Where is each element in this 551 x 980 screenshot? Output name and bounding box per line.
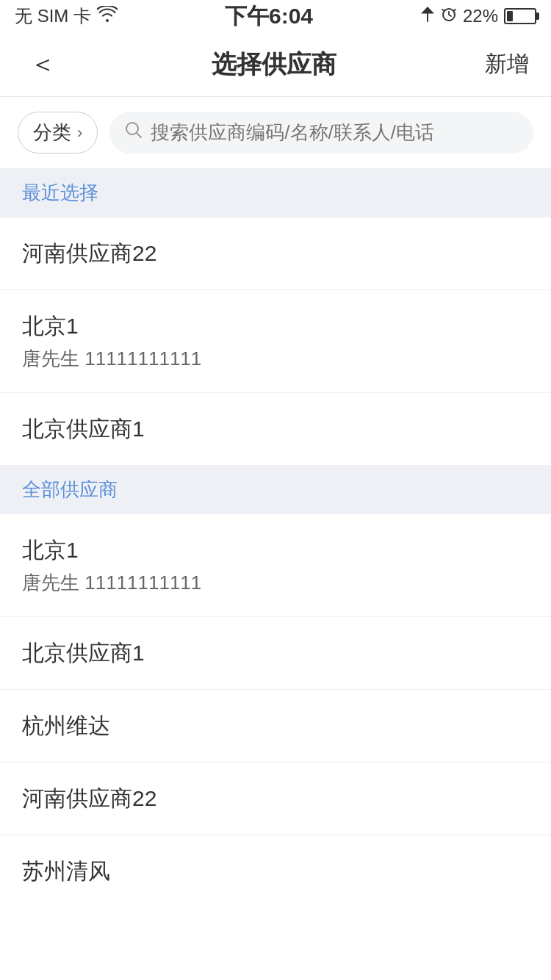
battery-icon: [504, 8, 536, 24]
no-sim-label: 无 SIM 卡: [15, 4, 91, 28]
list-item[interactable]: 杭州维达: [0, 690, 551, 763]
supplier-name: 北京1: [22, 311, 529, 342]
recent-section-header: 最近选择: [0, 168, 551, 217]
supplier-name: 北京供应商1: [22, 414, 529, 444]
supplier-name: 苏州清风: [22, 856, 529, 887]
status-right: 22%: [420, 6, 536, 26]
nav-bar: ＜ 选择供应商 新增: [0, 32, 551, 97]
search-input[interactable]: [151, 121, 519, 144]
list-item[interactable]: 北京1 唐先生 11111111111: [0, 514, 551, 617]
list-item[interactable]: 苏州清风: [0, 835, 551, 907]
category-label: 分类: [33, 120, 71, 145]
supplier-name: 河南供应商22: [22, 783, 529, 814]
search-icon: [124, 120, 143, 145]
recent-items-list: 河南供应商22 北京1 唐先生 11111111111 北京供应商1: [0, 217, 551, 465]
location-icon: [420, 6, 435, 26]
list-item[interactable]: 北京供应商1: [0, 393, 551, 465]
list-item[interactable]: 河南供应商22: [0, 217, 551, 290]
chevron-right-icon: ›: [77, 123, 82, 143]
supplier-name: 杭州维达: [22, 710, 529, 741]
status-left: 无 SIM 卡: [15, 4, 118, 28]
status-bar: 无 SIM 卡 下午6:04 22%: [0, 0, 551, 32]
page-title: 选择供应商: [212, 48, 336, 82]
all-section-header: 全部供应商: [0, 465, 551, 514]
supplier-name: 北京供应商1: [22, 638, 529, 669]
all-items-list: 北京1 唐先生 11111111111 北京供应商1 杭州维达 河南供应商22 …: [0, 514, 551, 907]
list-item[interactable]: 北京供应商1: [0, 617, 551, 690]
alarm-icon: [441, 6, 457, 26]
battery-percent: 22%: [463, 6, 498, 26]
add-button[interactable]: 新增: [485, 49, 529, 79]
battery-fill: [507, 11, 513, 21]
supplier-sub: 唐先生 11111111111: [22, 570, 529, 596]
status-time: 下午6:04: [225, 1, 313, 32]
search-input-wrap: [109, 112, 533, 154]
wifi-icon: [97, 6, 118, 26]
supplier-name: 北京1: [22, 535, 529, 566]
back-button[interactable]: ＜: [22, 39, 63, 90]
supplier-sub: 唐先生 11111111111: [22, 346, 529, 372]
category-button[interactable]: 分类 ›: [18, 112, 98, 154]
supplier-name: 河南供应商22: [22, 238, 529, 269]
list-item[interactable]: 北京1 唐先生 11111111111: [0, 290, 551, 393]
search-area: 分类 ›: [0, 97, 551, 168]
list-item[interactable]: 河南供应商22: [0, 763, 551, 835]
